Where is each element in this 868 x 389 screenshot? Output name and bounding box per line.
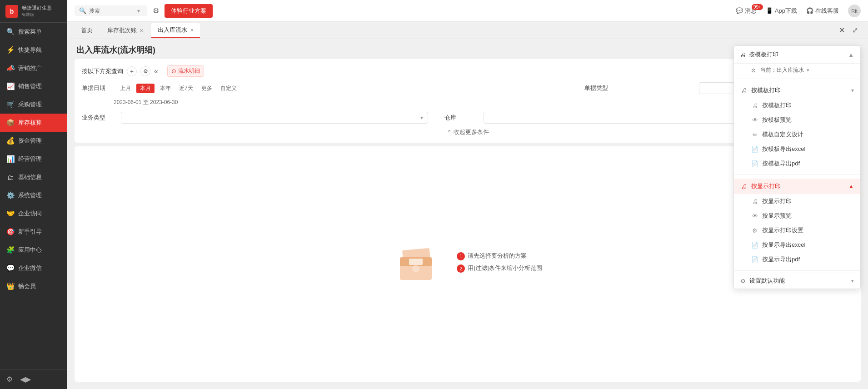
sidebar-item-label: 企业协同	[18, 209, 42, 218]
sidebar-item-label: 新手引导	[18, 228, 42, 236]
logo-icon: b	[5, 5, 18, 18]
dropdown-footer-arrow: ▾	[851, 278, 854, 284]
topbar-right: 💬 消息 99+ 📱 App下载 🎧 在线客服 Rit	[736, 5, 861, 17]
sidebar-item-purchase[interactable]: 🛒 采购管理	[0, 95, 67, 114]
sidebar-item-inventory[interactable]: 📦 库存核算	[0, 114, 67, 132]
dropdown-collapse-icon[interactable]: ▲	[848, 51, 854, 58]
tab-home[interactable]: 首页	[75, 24, 99, 37]
dropdown-footer-label: 设置默认功能	[749, 277, 785, 285]
date-btn-custom[interactable]: 自定义	[218, 84, 239, 93]
app-logo: b 畅捷通好生意 标准版	[0, 0, 67, 23]
page-title: 出入库流水(流水明细)	[76, 45, 155, 55]
filter-collapse-button[interactable]: «	[154, 67, 158, 75]
tab-bar: 首页 库存批次账 × 出入库流水 × ✕ ⤢	[67, 22, 868, 39]
sidebar-item-app-center[interactable]: 🧩 应用中心	[0, 241, 67, 259]
gear-icon[interactable]: ⚙	[153, 6, 159, 15]
dropdown-template-section: 🖨 按模板打印 ▾ 🖨 按模板打印 👁 按模板预览 ✏ 模板自定义设计	[734, 81, 860, 173]
template-print-item-label: 按模板打印	[762, 101, 792, 110]
date-btn-7days[interactable]: 近7天	[176, 84, 196, 93]
collapse-sidebar-icon[interactable]: ◀▶	[20, 375, 31, 384]
date-filter-label: 单据日期	[82, 84, 114, 92]
sales-icon: 📈	[6, 82, 15, 90]
dropdown-title: 🖨 按模板打印	[740, 50, 778, 59]
sidebar-item-member[interactable]: 👑 畅会员	[0, 277, 67, 295]
display-print-section-header[interactable]: 🖨 按显示打印 ▲	[734, 179, 860, 194]
date-btn-this-year[interactable]: 本年	[157, 84, 174, 93]
display-preview-item[interactable]: 👁 按显示预览	[734, 209, 860, 223]
tab-close-all-button[interactable]: ✕	[836, 25, 848, 35]
sidebar-item-quick-nav[interactable]: ⚡ 快捷导航	[0, 41, 67, 59]
sidebar-item-label: 基础信息	[18, 173, 42, 181]
logo-badge: 标准版	[22, 12, 52, 18]
display-print-section-label: 按显示打印	[751, 182, 848, 190]
current-label: 当前：出入库流水	[760, 66, 804, 74]
user-avatar[interactable]: Rit	[848, 5, 861, 17]
sidebar-item-sales[interactable]: 📈 销售管理	[0, 77, 67, 95]
svg-rect-2	[409, 259, 423, 265]
template-print-item[interactable]: 🖨 按模板打印	[734, 98, 860, 113]
template-customize-item[interactable]: ✏ 模板自定义设计	[734, 127, 860, 142]
topbar-search-box[interactable]: 🔍 ▾	[75, 5, 147, 16]
tab-flow-close[interactable]: ×	[190, 26, 194, 34]
sidebar-item-system[interactable]: ⚙️ 系统管理	[0, 186, 67, 204]
sidebar-item-label: 搜索菜单	[18, 28, 42, 36]
online-service-button[interactable]: 🎧 在线客服	[806, 7, 839, 15]
message-icon: 💬	[736, 7, 743, 14]
sidebar-item-wechat[interactable]: 💬 企业微信	[0, 259, 67, 277]
divider-3	[734, 270, 860, 271]
tab-expand-button[interactable]: ⤢	[849, 25, 861, 35]
display-export-pdf-item[interactable]: 📄 按显示导出pdf	[734, 252, 860, 267]
sidebar-item-marketing[interactable]: 📣 营销推广	[0, 59, 67, 77]
tab-batch-account[interactable]: 库存批次账 ×	[101, 24, 150, 37]
template-preview-item[interactable]: 👁 按模板预览	[734, 113, 860, 127]
warehouse-label: 仓库	[444, 114, 476, 122]
collapse-more-button[interactable]: ⌃ 收起更多条件	[447, 128, 489, 136]
display-print-settings-item[interactable]: ⚙ 按显示打印设置	[734, 223, 860, 238]
business-type-label: 业务类型	[82, 114, 114, 122]
doc-type-label: 单据类型	[584, 84, 690, 92]
tip-2-text: 用[过滤]条件来缩小分析范围	[468, 264, 542, 272]
search-icon: 🔍	[79, 7, 86, 14]
sidebar-item-guide[interactable]: 🎯 新手引导	[0, 223, 67, 241]
sidebar-item-label: 经营管理	[18, 155, 42, 163]
business-type-select[interactable]: ▾	[121, 112, 428, 124]
trial-button[interactable]: 体验行业方案	[165, 4, 213, 18]
divider-1	[734, 79, 860, 79]
flow-detail-tag[interactable]: ⊙ 流水明细	[167, 65, 204, 77]
display-export-excel-item[interactable]: 📄 按显示导出excel	[734, 238, 860, 252]
chevron-down-icon[interactable]: ▾	[137, 8, 140, 14]
display-print-item[interactable]: 🖨 按显示打印	[734, 194, 860, 209]
date-btn-this-month[interactable]: 本月	[136, 84, 155, 93]
sidebar-item-basic[interactable]: 🗂 基础信息	[0, 168, 67, 186]
sidebar-item-operations[interactable]: 📊 经营管理	[0, 150, 67, 168]
app-center-icon: 🧩	[6, 246, 15, 254]
filter-header-text: 按以下方案查询	[82, 67, 123, 75]
date-btn-last-month[interactable]: 上月	[117, 84, 134, 93]
settings-footer-icon[interactable]: ⚙	[6, 375, 13, 384]
filter-gear-button[interactable]: ⚙	[140, 66, 150, 76]
logo-name: 畅捷通好生意	[22, 5, 52, 11]
message-button[interactable]: 💬 消息 99+	[736, 7, 757, 15]
wechat-icon: 💬	[6, 264, 15, 272]
sidebar-item-label: 营销推广	[18, 64, 42, 72]
finance-icon: 💰	[6, 137, 15, 145]
app-download-button[interactable]: 📱 App下载	[766, 7, 797, 15]
template-export-excel-label: 按模板导出excel	[762, 145, 805, 153]
display-print-settings-icon: ⚙	[751, 227, 758, 234]
sidebar-item-label: 库存核算	[18, 119, 42, 127]
tab-flow[interactable]: 出入库流水 ×	[151, 23, 200, 38]
tab-batch-account-close[interactable]: ×	[140, 27, 143, 34]
sidebar-item-label: 销售管理	[18, 82, 42, 90]
sidebar-nav: 🔍 搜索菜单 ⚡ 快捷导航 📣 营销推广 📈 销售管理 🛒 采购管理 📦 库存核…	[0, 23, 67, 369]
search-input[interactable]	[89, 8, 135, 14]
template-export-excel-item[interactable]: 📄 按模板导出excel	[734, 142, 860, 156]
date-btn-more[interactable]: 更多	[199, 84, 215, 93]
sidebar-item-finance[interactable]: 💰 资金管理	[0, 132, 67, 150]
template-print-section-header[interactable]: 🖨 按模板打印 ▾	[734, 83, 860, 98]
sidebar-item-enterprise[interactable]: 🤝 企业协同	[0, 204, 67, 223]
filter-add-button[interactable]: +	[127, 66, 137, 76]
template-export-pdf-item[interactable]: 📄 按模板导出pdf	[734, 156, 860, 171]
sidebar-item-search[interactable]: 🔍 搜索菜单	[0, 23, 67, 41]
dropdown-footer[interactable]: ⚙ 设置默认功能 ▾	[734, 273, 860, 289]
member-icon: 👑	[6, 282, 15, 290]
